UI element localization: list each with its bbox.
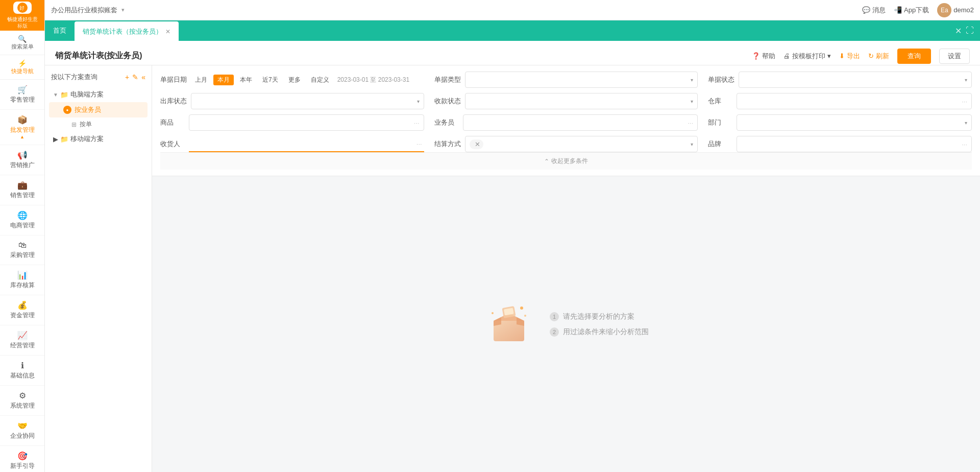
tab-close-icon[interactable]: ✕	[165, 28, 170, 35]
warehouse-label: 仓库	[708, 97, 732, 106]
user-profile-btn[interactable]: Ea demo2	[937, 3, 974, 17]
desktop-scheme-title[interactable]: ▼ 📁 电脑端方案	[49, 87, 148, 102]
salesperson-field: 业务员 ···	[434, 114, 698, 131]
sidebar-quick-nav[interactable]: ⚡ 快捷导航	[0, 55, 44, 80]
scheme-by-salesperson[interactable]: ● 按业务员	[49, 102, 148, 117]
setting-button[interactable]: 设置	[939, 49, 970, 64]
inventory-label: 库存核算	[2, 281, 42, 290]
tip-num-1: 1	[550, 312, 559, 321]
tab-close-all-icon[interactable]: ✕	[955, 26, 962, 36]
date-tab-this-year[interactable]: 本年	[236, 75, 256, 85]
sidebar-item-purchase[interactable]: 🛍 采购管理	[0, 235, 44, 265]
dept-label: 部门	[708, 118, 732, 127]
collapse-panel-btn[interactable]: «	[141, 73, 145, 81]
sidebar-item-retail[interactable]: 🛒 零售管理	[0, 80, 44, 110]
salesperson-label: 业务员	[434, 118, 459, 127]
sidebar-search[interactable]: 🔍 搜索菜单	[0, 31, 44, 55]
mobile-group-arrow-icon: ▶	[53, 135, 58, 143]
date-tab-7days[interactable]: 近7天	[258, 75, 282, 85]
refresh-btn[interactable]: ↻ 刷新	[868, 52, 889, 61]
message-btn[interactable]: 💬 消息	[862, 6, 886, 15]
tab-home[interactable]: 首页	[45, 20, 75, 41]
template-print-label: 按模板打印	[792, 52, 825, 61]
sidebar-item-ecommerce[interactable]: 🌐 电商管理	[0, 205, 44, 235]
add-scheme-btn[interactable]: +	[125, 73, 129, 81]
sidebar-item-marketing[interactable]: 📢 营销推广	[0, 145, 44, 175]
filter-row-3: 商品 ··· 业务员 ···	[160, 114, 972, 131]
doc-status-dropdown-icon: ▾	[965, 77, 967, 83]
dept-input[interactable]: ▾	[737, 114, 972, 131]
top-nav-left: 办公用品行业模拟账套 ▾	[51, 6, 125, 15]
marketing-label: 营销推广	[2, 161, 42, 170]
settlement-field: 结算方式 ✕ ▾	[434, 136, 698, 152]
doc-type-field: 单据类型 ▾	[434, 72, 698, 88]
query-button[interactable]: 查询	[897, 49, 931, 64]
empty-tip-1: 1 请先选择要分析的方案	[550, 312, 649, 321]
tab-maximize-icon[interactable]: ⛶	[966, 26, 974, 35]
top-nav: 办公用品行业模拟账套 ▾ 💬 消息 📲 App下载 Ea demo2	[45, 0, 980, 20]
help-btn[interactable]: ❓ 帮助	[752, 52, 775, 61]
page-header: 销货单统计表(按业务员) ❓ 帮助 🖨 按模板打印 ▾ ⬇ 导出 ↻ 刷新	[45, 41, 980, 65]
retail-icon: 🛒	[2, 85, 42, 95]
sidebar-item-finance[interactable]: 💰 资金管理	[0, 295, 44, 325]
settlement-dropdown-icon: ▾	[691, 141, 693, 147]
out-status-input[interactable]: ▾	[191, 93, 424, 109]
goods-input[interactable]: ···	[189, 114, 424, 131]
sidebar-item-wholesale[interactable]: 📦 批发管理 ▲	[0, 110, 44, 145]
logo-icon: 好	[13, 2, 32, 14]
receiver-input[interactable]: ···	[189, 136, 424, 152]
date-tab-last-month[interactable]: 上月	[191, 75, 211, 85]
date-tab-custom[interactable]: 自定义	[307, 75, 333, 85]
doc-status-input[interactable]: ▾	[739, 72, 972, 88]
sidebar-item-sales[interactable]: 💼 销售管理	[0, 175, 44, 205]
filter-area: 单据日期 上月 本月 本年 近7天 更多 自定义 20	[152, 65, 980, 176]
collapse-bar[interactable]: ⌃ 收起更多条件	[160, 152, 972, 170]
help-icon: ❓	[752, 52, 760, 60]
brand-input[interactable]: ···	[737, 136, 972, 152]
search-label: 搜索菜单	[3, 43, 41, 51]
enterprise-icon: 🤝	[2, 421, 42, 431]
sidebar-item-operations[interactable]: 📈 经营管理	[0, 325, 44, 356]
mobile-scheme-group: ▶ 📁 移动端方案	[45, 131, 152, 147]
folder-icon: 📁	[60, 91, 68, 99]
settlement-input[interactable]: ✕ ▾	[465, 136, 698, 152]
sidebar-item-inventory[interactable]: 📊 库存核算	[0, 265, 44, 295]
date-tabs: 上月 本月 本年 近7天 更多 自定义	[191, 75, 333, 85]
top-nav-right: 💬 消息 📲 App下载 Ea demo2	[862, 3, 974, 17]
salesperson-input[interactable]: ···	[463, 114, 698, 131]
tab-sales-stat[interactable]: 销货单统计表（按业务员） ✕	[75, 21, 179, 42]
sidebar-item-basic-info[interactable]: ℹ 基础信息	[0, 356, 44, 386]
export-btn[interactable]: ⬇ 导出	[839, 52, 860, 61]
mobile-scheme-title[interactable]: ▶ 📁 移动端方案	[49, 131, 148, 147]
scheme-by-order[interactable]: ⊞ 按单	[49, 117, 148, 131]
warehouse-input[interactable]: ···	[737, 93, 972, 109]
message-icon: 💬	[862, 6, 870, 14]
collection-status-input[interactable]: ▾	[465, 93, 698, 109]
sidebar-item-enterprise[interactable]: 🤝 企业协同	[0, 416, 44, 446]
svg-text:好: 好	[19, 5, 24, 11]
help-label: 帮助	[762, 52, 775, 61]
sidebar-item-newbie[interactable]: 🎯 新手引导	[0, 446, 44, 472]
retail-label: 零售管理	[2, 96, 42, 104]
sidebar-item-system[interactable]: ⚙ 系统管理	[0, 386, 44, 416]
tab-bar: 首页 销货单统计表（按业务员） ✕ ✕ ⛶	[45, 20, 980, 41]
date-filter-field: 单据日期 上月 本月 本年 近7天 更多 自定义 20	[160, 75, 424, 85]
template-print-btn[interactable]: 🖨 按模板打印 ▾	[783, 52, 831, 61]
settlement-tag-remove[interactable]: ✕	[475, 140, 480, 148]
doc-type-input[interactable]: ▾	[465, 72, 698, 88]
right-content: 单据日期 上月 本月 本年 近7天 更多 自定义 20	[152, 65, 980, 472]
sales-icon: 💼	[2, 180, 42, 190]
app-download-btn[interactable]: 📲 App下载	[894, 6, 929, 15]
finance-label: 资金管理	[2, 311, 42, 320]
svg-point-8	[520, 306, 523, 310]
inventory-icon: 📊	[2, 270, 42, 280]
edit-scheme-btn[interactable]: ✎	[132, 73, 138, 81]
tip-text-1: 请先选择要分析的方案	[563, 312, 634, 321]
top-nav-dropdown-icon[interactable]: ▾	[121, 7, 125, 13]
date-filter-control: 上月 本月 本年 近7天 更多 自定义 2023-03-01 至 2023-03…	[191, 75, 424, 85]
empty-tips: 1 请先选择要分析的方案 2 用过滤条件来缩小分析范围	[550, 312, 649, 337]
out-status-field: 出库状态 ▾	[160, 93, 424, 109]
doc-status-field: 单据状态 ▾	[708, 72, 972, 88]
date-tab-this-month[interactable]: 本月	[213, 75, 234, 85]
date-tab-more[interactable]: 更多	[284, 75, 305, 85]
